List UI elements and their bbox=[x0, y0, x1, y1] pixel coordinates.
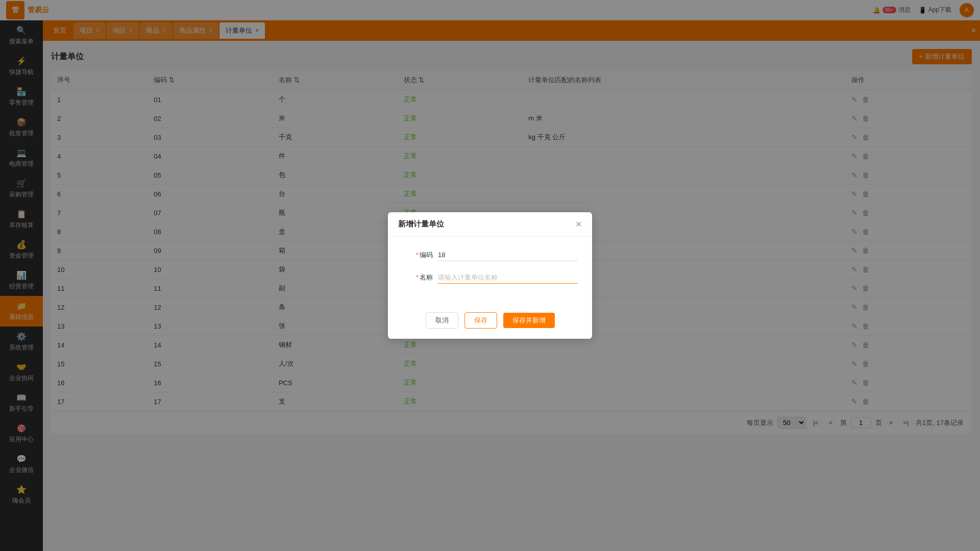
modal-overlay[interactable]: 新增计量单位 ✕ *编码 *名称 取消 保存 保存并新增 bbox=[0, 0, 980, 551]
code-input[interactable] bbox=[438, 249, 578, 261]
modal-close-btn[interactable]: ✕ bbox=[575, 219, 582, 229]
modal-header: 新增计量单位 ✕ bbox=[388, 212, 592, 237]
modal-footer: 取消 保存 保存并新增 bbox=[388, 306, 592, 339]
add-unit-modal: 新增计量单位 ✕ *编码 *名称 取消 保存 保存并新增 bbox=[388, 212, 592, 339]
cancel-button[interactable]: 取消 bbox=[426, 312, 458, 329]
save-button[interactable]: 保存 bbox=[464, 312, 497, 329]
code-label: *编码 bbox=[402, 251, 433, 260]
code-form-row: *编码 bbox=[402, 249, 578, 261]
modal-title: 新增计量单位 bbox=[398, 219, 444, 229]
name-form-row: *名称 bbox=[402, 271, 578, 284]
name-input[interactable] bbox=[438, 271, 578, 284]
code-required-mark: * bbox=[416, 251, 419, 259]
modal-body: *编码 *名称 bbox=[388, 237, 592, 306]
name-required-mark: * bbox=[416, 273, 419, 281]
name-label: *名称 bbox=[402, 273, 433, 282]
save-and-new-button[interactable]: 保存并新增 bbox=[503, 313, 555, 328]
